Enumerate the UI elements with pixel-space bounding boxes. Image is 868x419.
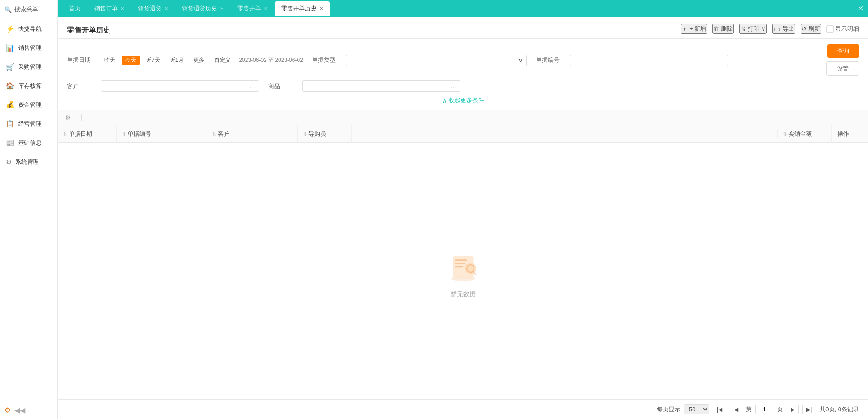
th-amount-label: 实销金额 [788, 130, 812, 138]
tab-retail-open[interactable]: 零售开单 ✕ [231, 1, 274, 16]
collapse-sidebar-icon[interactable]: ◀◀ [14, 406, 25, 414]
sidebar-item-label: 采购管理 [18, 63, 42, 71]
tab-sales-order[interactable]: 销售订单 ✕ [88, 1, 131, 16]
sidebar-item-label: 资金管理 [18, 101, 42, 109]
refresh-icon: ↺ [802, 25, 806, 32]
date-yesterday-btn[interactable]: 昨天 [101, 56, 119, 65]
date-1month-btn[interactable]: 近1月 [166, 56, 188, 65]
date-more-btn[interactable]: 更多 [190, 56, 208, 65]
tab-sales-return[interactable]: 销货退货 ✕ [132, 1, 175, 16]
delete-label: 删除 [721, 25, 733, 33]
page-prev-btn[interactable]: ◀ [730, 405, 742, 414]
customer-select[interactable]: … [101, 80, 259, 92]
pagination: 每页显示 50 100 200 |◀ ◀ 第 1 页 ▶ ▶| 共0页, 0条记… [58, 399, 868, 419]
sidebar-item-label: 销售管理 [18, 44, 42, 52]
settings-button[interactable]: 设置 [826, 61, 859, 76]
collapse-more-label: 收起更多条件 [449, 96, 484, 104]
sidebar-item-purchase-mgmt[interactable]: 🛒 采购管理 [0, 57, 57, 76]
tab-sales-return-history-close[interactable]: ✕ [220, 6, 224, 12]
page-first-btn[interactable]: |◀ [713, 405, 726, 414]
number-input[interactable] [570, 55, 728, 66]
type-dropdown-icon: ∨ [518, 57, 523, 64]
print-button[interactable]: 🖨 打印 ∨ [739, 24, 767, 34]
print-dropdown-icon[interactable]: ∨ [761, 25, 766, 32]
th-customer-label: 客户 [218, 130, 230, 138]
sidebar-item-label: 快捷导航 [18, 25, 42, 33]
th-date-label: 单据日期 [69, 130, 92, 138]
export-icon: ↑ [773, 25, 776, 32]
add-button[interactable]: ＋ + 新增 [681, 24, 707, 34]
search-icon: 🔍 [5, 6, 12, 13]
sidebar-item-finance[interactable]: 💰 资金管理 [0, 95, 57, 114]
date-range-display: 2023-06-02 至 2023-06-02 [239, 56, 303, 64]
detail-checkbox[interactable] [826, 25, 834, 33]
refresh-label: 刷新 [808, 25, 820, 33]
per-page-label: 每页显示 [657, 405, 680, 414]
sidebar-item-inventory[interactable]: 🏠 库存核算 [0, 76, 57, 95]
tab-retail-history[interactable]: 零售开单历史 ✕ [275, 1, 330, 16]
date-custom-btn[interactable]: 自定义 [211, 56, 234, 65]
sys-mgmt-icon: ⚙ [6, 158, 12, 166]
tab-retail-history-label: 零售开单历史 [281, 5, 317, 13]
close-button[interactable]: ✕ [858, 5, 863, 12]
type-select[interactable]: ∨ [346, 55, 527, 66]
date-shortcuts: 昨天 今天 近7天 近1月 更多 自定义 2023-06-02 至 2023-0… [101, 56, 303, 65]
delete-button[interactable]: 🗑 删除 [712, 24, 734, 34]
date-7days-btn[interactable]: 近7天 [142, 56, 164, 65]
export-button[interactable]: ↑ ↑ 导出 [772, 24, 795, 34]
table-area: ⚙ ⇅ 单据日期 ⇅ 单据编号 ⇅ 客户 ⇅ 导购员 ⇅ 实销金额 [58, 110, 868, 419]
tab-sales-return-close[interactable]: ✕ [164, 6, 168, 12]
sidebar-item-quick-nav[interactable]: ⚡ 快捷导航 [0, 19, 57, 38]
display-detail-checkbox[interactable]: 显示明细 [826, 25, 859, 33]
th-sort-guide-icon[interactable]: ⇅ [303, 132, 307, 137]
page-number-input[interactable]: 1 [755, 405, 773, 414]
tab-sales-return-history-label: 销货退货历史 [182, 5, 217, 13]
tabs-bar: 首页 销售订单 ✕ 销货退货 ✕ 销货退货历史 ✕ 零售开单 ✕ 零售开单历史 … [58, 0, 868, 17]
query-button[interactable]: 查询 [827, 44, 859, 58]
sidebar-item-sales-mgmt[interactable]: 📊 销售管理 [0, 38, 57, 57]
th-date: ⇅ 单据日期 [58, 125, 117, 142]
refresh-button[interactable]: ↺ 刷新 [801, 24, 821, 34]
per-page-select[interactable]: 50 100 200 [684, 404, 709, 414]
th-sort-amount-icon[interactable]: ⇅ [783, 132, 787, 137]
sidebar-nav: ⚡ 快捷导航 📊 销售管理 🛒 采购管理 🏠 库存核算 💰 资金管理 📋 经营管… [0, 19, 57, 171]
sidebar-search-label: 搜索采单 [14, 5, 38, 14]
page-next-btn[interactable]: ▶ [787, 405, 799, 414]
tab-retail-open-label: 零售开单 [237, 5, 261, 13]
sidebar-bottom: ⚙ ◀◀ [0, 401, 57, 419]
page-last-btn[interactable]: ▶| [802, 405, 816, 414]
tab-sales-order-close[interactable]: ✕ [120, 6, 124, 12]
sidebar-item-basic-info[interactable]: 📰 基础信息 [0, 133, 57, 152]
add-label: + 新增 [689, 25, 706, 33]
tab-retail-history-close[interactable]: ✕ [319, 6, 323, 12]
tab-retail-open-close[interactable]: ✕ [264, 6, 268, 12]
collapse-more-btn[interactable]: ∧ 收起更多条件 [67, 96, 859, 104]
type-label: 单据类型 [312, 56, 337, 64]
window-controls: — ✕ [847, 5, 863, 12]
add-icon: ＋ [682, 25, 688, 33]
delete-icon: 🗑 [713, 25, 719, 32]
sidebar-item-operations[interactable]: 📋 经营管理 [0, 114, 57, 133]
th-sort-number-icon[interactable]: ⇅ [122, 132, 126, 137]
tab-home-label: 首页 [69, 5, 81, 13]
table-settings-icon[interactable]: ⚙ [65, 114, 71, 121]
th-number: ⇅ 单据编号 [117, 125, 207, 142]
tab-home[interactable]: 首页 [62, 1, 87, 16]
th-action: 操作 [832, 125, 868, 142]
filter-row-2: 客户 … 商品 … [67, 80, 859, 92]
sidebar-item-label: 系统管理 [15, 158, 39, 166]
date-today-btn[interactable]: 今天 [122, 56, 140, 65]
minimize-button[interactable]: — [847, 5, 854, 12]
th-sort-customer-icon[interactable]: ⇅ [213, 132, 216, 137]
sidebar-search[interactable]: 🔍 搜索采单 [0, 0, 57, 19]
th-sort-date-icon[interactable]: ⇅ [63, 132, 67, 137]
select-all-checkbox[interactable] [75, 114, 82, 121]
sidebar-item-label: 经营管理 [18, 120, 42, 128]
filter-area: 单据日期 昨天 今天 近7天 近1月 更多 自定义 2023-06-02 至 2… [58, 39, 868, 110]
settings-icon[interactable]: ⚙ [5, 406, 11, 414]
sales-mgmt-icon: 📊 [6, 44, 14, 52]
tab-sales-return-history[interactable]: 销货退货历史 ✕ [175, 1, 230, 16]
main-area: 首页 销售订单 ✕ 销货退货 ✕ 销货退货历史 ✕ 零售开单 ✕ 零售开单历史 … [58, 0, 868, 419]
goods-select[interactable]: … [302, 80, 460, 92]
sidebar-item-sys-mgmt[interactable]: ⚙ 系统管理 [0, 152, 57, 171]
